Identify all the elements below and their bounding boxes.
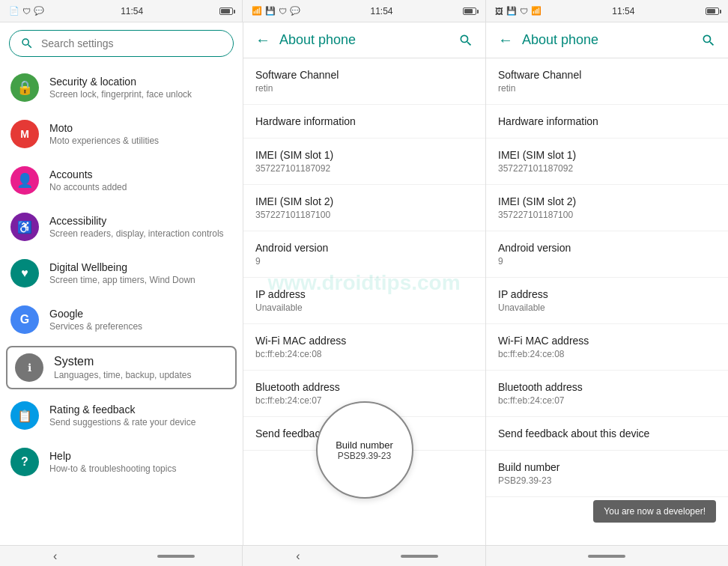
hardware-info-header-right: Hardware information [486,105,728,139]
build-circle-mid: Build number PSB29.39-23 [316,401,413,499]
about-item-wifi-mid[interactable]: Wi-Fi MAC address bc:ff:eb:24:ce:08 [243,324,485,371]
nav-pill-middle [401,555,438,558]
about-panel-middle: ← About phone Software Channel retin Har… [243,22,486,545]
settings-item-rating[interactable]: 📋 Rating & feedback Send suggestions & r… [0,392,243,439]
storage-icon: 💾 [265,6,276,16]
shield-icon3: 🛡 [520,7,528,16]
status-panel-left: 📄 🛡 💬 11:54 [0,0,243,22]
about-item-wifi-right[interactable]: Wi-Fi MAC address bc:ff:eb:24:ce:08 [486,324,728,371]
software-channel-value-mid: retin [255,83,473,94]
status-panel-middle: 📶 💾 🛡 💬 11:54 [243,0,485,22]
accounts-text: Accounts No accounts added [49,168,232,192]
battery-icon-right [706,7,719,15]
settings-item-system[interactable]: ℹ System Languages, time, backup, update… [6,346,237,389]
android-value-right: 9 [498,256,716,267]
gallery-icon: 🖼 [495,7,503,16]
help-title: Help [49,450,232,462]
about-header-middle: ← About phone [243,22,485,58]
rating-subtitle: Send suggestions & rate your device [49,417,232,427]
message-icon2: 💬 [290,6,300,16]
build-circle-value-mid: PSB29.39-23 [332,451,397,461]
build-value-right: PSB29.39-23 [498,475,716,486]
search-icon-middle[interactable] [458,33,473,48]
back-button-middle[interactable]: ← [255,31,270,49]
status-time-middle: 11:54 [370,6,392,16]
settings-item-help[interactable]: ? Help How-to & troubleshooting topics [0,439,243,485]
search-icon-right[interactable] [701,33,716,48]
settings-item-accounts[interactable]: 👤 Accounts No accounts added [0,157,243,204]
about-item-ip-mid[interactable]: IP address Unavailable [243,278,485,324]
android-value-mid: 9 [255,256,473,267]
feedback-title-right: Send feedback about this device [498,427,716,439]
settings-item-google[interactable]: G Google Services & preferences [0,296,243,343]
accounts-icon: 👤 [10,166,39,195]
about-item-software-channel-right[interactable]: Software Channel retin [486,58,728,105]
security-text: Security & location Screen lock, fingerp… [49,76,232,100]
ip-title-right: IP address [498,288,716,300]
about-panel-right: ← About phone Software Channel retin Har… [486,22,728,545]
about-item-android-right[interactable]: Android version 9 [486,231,728,278]
accessibility-subtitle: Screen readers, display, interaction con… [49,228,232,239]
system-subtitle: Languages, time, backup, updates [54,370,228,380]
digital-wellbeing-text: Digital Wellbeing Screen time, app timer… [49,261,232,285]
rating-icon: 📋 [10,401,39,430]
nav-back-left[interactable]: ‹ [47,547,63,566]
imei2-value-mid: 357227101187100 [255,210,473,220]
shield-icon: 🛡 [22,7,31,16]
settings-item-moto[interactable]: M Moto Moto experiences & utilities [0,111,243,157]
android-title-mid: Android version [255,242,473,254]
settings-item-security[interactable]: 🔒 Security & location Screen lock, finge… [0,64,243,111]
settings-panel: 🔒 Security & location Screen lock, finge… [0,22,243,545]
software-channel-value-right: retin [498,83,716,94]
status-panel-right: 🖼 💾 🛡 📶 11:54 [486,0,728,22]
about-item-ip-right[interactable]: IP address Unavailable [486,278,728,324]
search-input[interactable] [41,37,222,49]
android-title-right: Android version [498,242,716,254]
settings-list: 🔒 Security & location Screen lock, finge… [0,64,243,545]
accessibility-icon: ♿ [10,213,39,241]
status-time-left: 11:54 [121,6,143,16]
google-title: Google [49,308,232,320]
google-icon: G [10,305,39,334]
about-item-feedback-right[interactable]: Send feedback about this device [486,417,728,451]
wifi-value-mid: bc:ff:eb:24:ce:08 [255,349,473,359]
about-item-build-right[interactable]: Build number PSB29.39-23 [486,451,728,497]
about-item-imei1-mid[interactable]: IMEI (SIM slot 1) 357227101187092 [243,139,485,185]
back-button-right[interactable]: ← [498,31,513,49]
security-subtitle: Screen lock, fingerprint, face unlock [49,89,232,100]
system-title: System [54,355,228,368]
imei2-title-right: IMEI (SIM slot 2) [498,195,716,207]
about-item-software-channel-mid[interactable]: Software Channel retin [243,58,485,105]
status-time-right: 11:54 [612,6,634,16]
status-bar: 📄 🛡 💬 11:54 📶 💾 🛡 💬 11:54 🖼 💾 🛡 📶 11:54 [0,0,728,22]
about-item-feedback-mid[interactable]: Send feedback about this device Build nu… [243,417,485,451]
about-item-imei2-right[interactable]: IMEI (SIM slot 2) 357227101187100 [486,185,728,231]
nav-back-middle[interactable]: ‹ [290,547,306,566]
settings-item-system-wrapper: ℹ System Languages, time, backup, update… [6,346,237,389]
bt-value-right: bc:ff:eb:24:ce:07 [498,395,716,406]
about-item-imei2-mid[interactable]: IMEI (SIM slot 2) 357227101187100 [243,185,485,231]
digital-wellbeing-icon: ♥ [10,259,39,287]
google-subtitle: Services & preferences [49,321,232,332]
file-icon: 📄 [9,6,19,16]
about-item-bt-right[interactable]: Bluetooth address bc:ff:eb:24:ce:07 [486,371,728,417]
accounts-subtitle: No accounts added [49,182,232,192]
about-item-android-mid[interactable]: Android version 9 [243,231,485,278]
build-circle-title-mid: Build number [330,439,399,451]
bt-title-right: Bluetooth address [498,381,716,393]
settings-item-digital-wellbeing[interactable]: ♥ Digital Wellbeing Screen time, app tim… [0,250,243,296]
status-icons-middle: 📶 💾 🛡 💬 [252,6,300,16]
nav-panel-right [486,546,728,566]
wifi-icon: 📶 [531,6,542,16]
about-item-imei1-right[interactable]: IMEI (SIM slot 1) 357227101187092 [486,139,728,185]
nav-panel-left: ‹ [0,546,243,566]
moto-title: Moto [49,122,232,134]
imei1-title-right: IMEI (SIM slot 1) [498,149,716,161]
signal-icon: 📶 [252,6,262,16]
settings-item-accessibility[interactable]: ♿ Accessibility Screen readers, display,… [0,204,243,250]
about-list-right: Software Channel retin Hardware informat… [486,58,728,545]
search-bar[interactable] [9,30,234,57]
moto-text: Moto Moto experiences & utilities [49,122,232,146]
security-title: Security & location [49,76,232,88]
digital-wellbeing-title: Digital Wellbeing [49,261,232,273]
